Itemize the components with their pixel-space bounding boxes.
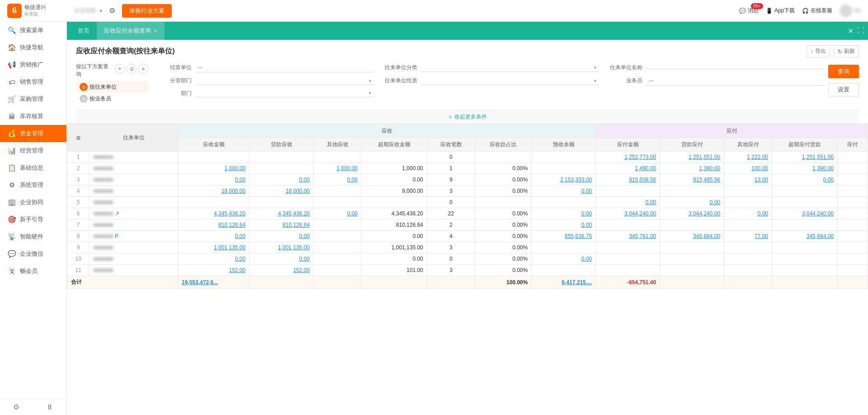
sidebar-item-inventory[interactable]: 🏛 库存核算	[0, 108, 66, 125]
logo-area: 6 畅捷通叫 标准版	[7, 4, 74, 18]
header-dropdown-arrow[interactable]: ▾	[99, 8, 102, 14]
filter-label-salesman: 业务员	[606, 77, 642, 85]
col-ap-overdue: 超期应付货款	[772, 138, 838, 152]
footer-ap-overdue	[772, 276, 838, 289]
set-button[interactable]: 设置	[828, 83, 859, 96]
footer-ar-amount[interactable]: 19,553,472,6...	[178, 276, 250, 289]
query-button[interactable]: 查询	[828, 65, 859, 78]
sidebar-item-search[interactable]: 🔍 搜索菜单	[0, 22, 66, 39]
filter-input-unitname[interactable]	[646, 66, 825, 69]
table-footer-row: 合计 19,553,472,6... 100.00% 6,417,215....…	[67, 276, 868, 289]
col-ar-amount: 应收金额	[178, 138, 250, 152]
filter-input-nature[interactable]: ▾	[421, 77, 599, 85]
filter-unit-icon: ⊙	[80, 83, 88, 91]
sidebar-item-enterprise[interactable]: 🏢 企业协同	[0, 194, 66, 211]
sidebar-label-enterprise: 企业协同	[20, 198, 43, 206]
sidebar-label-guide: 新手引导	[20, 215, 43, 224]
filter-option-unit[interactable]: ⊙ 按往来单位	[76, 81, 148, 93]
filter-label-category: 往来单位分类	[381, 64, 417, 72]
col-settings[interactable]: ⚙	[67, 124, 90, 152]
sidebar-label-finance: 资金管理	[20, 129, 43, 138]
sidebar-bottom: ⚙ ⏸	[0, 399, 66, 415]
footer-ar-prepay[interactable]: 6,417,215....	[532, 276, 596, 289]
logo-badge: 标准版	[24, 11, 46, 17]
sidebar-item-member[interactable]: 🃏 畅会员	[0, 262, 66, 280]
logo-name: 畅捷通叫	[24, 4, 46, 11]
tabs-right: ✕ ⛶	[848, 27, 864, 35]
unit-cell: ■■■■■■	[90, 186, 178, 197]
sidebar-item-sales[interactable]: 🏷 销售管理	[0, 73, 66, 91]
sidebar-item-quicknav[interactable]: 🏠 快捷导航	[0, 39, 66, 56]
hardware-icon: 📡	[7, 233, 16, 241]
tab-home[interactable]: 首页	[71, 22, 97, 40]
filter-input-dept[interactable]: ▾	[195, 77, 374, 85]
table-row: 5■■■■■■00.000.00	[67, 197, 868, 208]
header-gear-btn[interactable]: ⚙	[106, 5, 118, 17]
message-btn[interactable]: 💬 消息 99+	[739, 7, 759, 14]
filter-row-unitname: 往来单位名称	[606, 63, 825, 72]
inventory-icon: 🏛	[7, 113, 16, 120]
sidebar-item-operations[interactable]: 📊 经营管理	[0, 142, 66, 159]
sidebar-label-sales: 销售管理	[20, 78, 43, 86]
sidebar-item-hardware[interactable]: 📡 智能硬件	[0, 228, 66, 245]
tab-close-btn[interactable]: ✕	[848, 27, 854, 35]
unit-cell: ■■■■■■	[90, 242, 178, 253]
app-icon: 📱	[766, 8, 773, 14]
col-ap-other: 其他应付	[724, 138, 772, 152]
filter-area: 按以下方案查询 + ⊙ « ⊙ 按往来单位 ⊙ 按业务员	[76, 63, 859, 110]
app-download-btn[interactable]: 📱 App下载	[766, 7, 795, 14]
sidebar-collapse-btn[interactable]: ⏸	[46, 403, 53, 411]
header-breadcrumb: 企业名称	[74, 7, 96, 14]
refresh-label: 刷新	[844, 48, 855, 55]
col-ar-count: 应收笔数	[427, 138, 475, 152]
tab-ar-ap[interactable]: 应收应付余额查询 ×	[97, 22, 165, 40]
header-cta-button[interactable]: 体验行业方案	[122, 4, 172, 18]
scheme-add-btn[interactable]: +	[115, 64, 125, 74]
filter-row-settlement: 结算单位 ···	[156, 63, 374, 72]
table-row: 11■■■■■■152.00152.00101.0030.00%	[67, 265, 868, 276]
wechat-icon: 💬	[7, 250, 16, 258]
enterprise-icon: 🏢	[7, 198, 16, 206]
filter-label-unitname: 往来单位名称	[606, 64, 642, 72]
logo-icon: 6	[7, 4, 22, 18]
sidebar-item-system[interactable]: ⚙ 系统管理	[0, 176, 66, 194]
filter-option-salesman[interactable]: ⊙ 按业务员	[76, 93, 148, 105]
filter-input-salesman[interactable]: ···	[646, 76, 825, 86]
col-ar-loan: 贷款应收	[250, 138, 314, 152]
top-header: 6 畅捷通叫 标准版 企业名称 ▾ ⚙ 体验行业方案 💬 消息 99+ 📱 Ap…	[0, 0, 868, 22]
filter-input-settlement[interactable]: ···	[195, 63, 374, 72]
sidebar-settings-btn[interactable]: ⚙	[13, 403, 19, 411]
filter-input-category[interactable]: ▾	[421, 64, 599, 72]
sidebar-item-wechat[interactable]: 💬 企业微信	[0, 245, 66, 262]
filter-salesman-icon: ⊙	[80, 95, 88, 103]
filter-label-division: 部门	[156, 90, 192, 97]
col-group-ar: 应收	[178, 124, 596, 138]
table-row: 2■■■■■■1,000.001,000.001,000.0010.00%1,4…	[67, 163, 868, 174]
sidebar-item-purchase[interactable]: 🛒 采购管理	[0, 91, 66, 108]
sidebar-item-finance[interactable]: 💰 资金管理	[0, 125, 66, 142]
page-area: 应收应付余额查询(按往来单位) ↑ 导出 ↻ 刷新 按	[67, 40, 868, 415]
export-label: 导出	[815, 48, 826, 55]
system-icon: ⚙	[7, 181, 16, 189]
scheme-edit-btn[interactable]: ⊙	[127, 64, 137, 74]
footer-label: 合计	[67, 276, 178, 289]
sidebar-item-guide[interactable]: 🎯 新手引导	[0, 211, 66, 228]
scheme-collapse-btn[interactable]: «	[138, 64, 148, 74]
sidebar-label-hardware: 智能硬件	[20, 233, 43, 241]
tab-maximize-btn[interactable]: ⛶	[857, 27, 864, 35]
user-area[interactable]: Rit	[840, 5, 861, 17]
filter-buttons: 查询 设置	[825, 65, 859, 96]
sidebar-item-marketing[interactable]: 📢 营销推广	[0, 56, 66, 73]
filter-option-salesman-label: 按业务员	[90, 95, 111, 103]
filter-input-division[interactable]: ▾	[195, 89, 374, 97]
sidebar-item-basic[interactable]: 📋 基础信息	[0, 159, 66, 176]
footer-ap-loan	[660, 276, 724, 289]
refresh-button[interactable]: ↻ 刷新	[834, 45, 859, 57]
tab-ar-ap-close[interactable]: ×	[154, 27, 157, 34]
service-btn[interactable]: 🎧 在线客服	[802, 7, 832, 14]
collapse-more-btn[interactable]: ∧ 收起更多条件	[76, 110, 859, 124]
scheme-actions: + ⊙ «	[115, 64, 148, 74]
unit-cell: ■■■■■■	[90, 219, 178, 231]
export-button[interactable]: ↑ 导出	[807, 45, 830, 57]
tab-ar-ap-label: 应收应付余额查询	[104, 27, 151, 35]
